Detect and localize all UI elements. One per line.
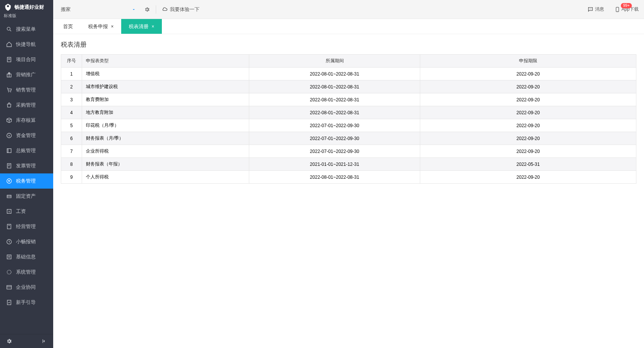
cell-period: 2022-08-01~2022-08-31 xyxy=(249,68,420,80)
cell-type: 城市维护建设税 xyxy=(82,80,249,93)
coin-icon: ¥ xyxy=(6,132,12,139)
cell-due: 2022-09-20 xyxy=(420,68,636,80)
sidebar-item-box[interactable]: 库存核算 xyxy=(0,113,53,128)
sidebar-item-bag[interactable]: 采购管理 xyxy=(0,98,53,113)
cell-period: 2022-08-01~2022-08-31 xyxy=(249,93,420,106)
cell-type: 财务报表（年报） xyxy=(82,158,249,171)
brand-subtitle: 标准版 xyxy=(0,13,53,22)
sidebar-item-label: 经营管理 xyxy=(16,223,36,230)
table-row[interactable]: 7企业所得税2022-07-01~2022-09-302022-09-20 xyxy=(61,145,636,158)
page-title: 税表清册 xyxy=(61,40,636,49)
sidebar-item-coin[interactable]: ¥资金管理 xyxy=(0,128,53,143)
collab-icon xyxy=(6,284,12,290)
content-area: 税表清册 序号 申报表类型 所属期间 申报期限 1增值税2022-08-01~2… xyxy=(53,34,644,348)
sidebar-item-label: 小畅报销 xyxy=(16,238,36,245)
tab-2[interactable]: 税表清册× xyxy=(121,19,162,34)
sidebar-item-tax[interactable]: 税务管理 xyxy=(0,173,53,189)
main-area: 搬家 我要体验一下 消息 99+ App下载 xyxy=(53,0,644,348)
sidebar-item-label: 发票管理 xyxy=(16,162,36,169)
tab-label: 税表清册 xyxy=(129,23,149,30)
sidebar-item-system[interactable]: 系统管理 xyxy=(0,265,53,280)
sidebar-item-invoice[interactable]: 发票管理 xyxy=(0,158,53,173)
guide-icon xyxy=(6,299,12,305)
sidebar-item-info[interactable]: 基础信息 xyxy=(0,249,53,265)
messages-button[interactable]: 消息 xyxy=(587,6,604,13)
cell-due: 2022-09-20 xyxy=(420,171,636,184)
sidebar-footer xyxy=(0,334,53,348)
sidebar-item-doc[interactable]: 项目合同 xyxy=(0,52,53,67)
tab-label: 首页 xyxy=(63,23,73,30)
cloud-icon xyxy=(161,6,168,13)
sidebar-item-salary[interactable]: ¥工资 xyxy=(0,204,53,219)
chat-icon xyxy=(587,6,593,13)
cell-seq: 9 xyxy=(61,171,82,184)
tab-1[interactable]: 税务申报× xyxy=(81,19,121,34)
table-row[interactable]: 9个人所得税2022-08-01~2022-08-312022-09-20 xyxy=(61,171,636,184)
app-download-button[interactable]: 99+ App下载 xyxy=(615,6,639,13)
cell-type: 地方教育附加 xyxy=(82,106,249,119)
sidebar-item-collab[interactable]: 企业协同 xyxy=(0,280,53,295)
biz-icon xyxy=(6,224,12,230)
cell-type: 教育费附加 xyxy=(82,93,249,106)
svg-rect-28 xyxy=(7,285,11,289)
org-selector-label: 搬家 xyxy=(61,6,71,13)
cell-seq: 3 xyxy=(61,93,82,106)
tab-0[interactable]: 首页 xyxy=(55,19,81,34)
sidebar-item-label: 新手引导 xyxy=(16,299,36,306)
svg-point-27 xyxy=(7,270,11,274)
sidebar-item-label: 销售管理 xyxy=(16,87,36,93)
ledger-icon xyxy=(6,148,12,154)
cell-due: 2022-09-20 xyxy=(420,106,636,119)
table-row[interactable]: 1增值税2022-08-01~2022-08-312022-09-20 xyxy=(61,68,636,80)
sidebar-item-label: 项目合同 xyxy=(16,56,36,63)
close-icon[interactable]: × xyxy=(152,24,154,29)
close-icon[interactable]: × xyxy=(111,24,114,29)
table-header-row: 序号 申报表类型 所属期间 申报期限 xyxy=(61,55,636,68)
table-row[interactable]: 5印花税（月/季）2022-07-01~2022-09-302022-09-20 xyxy=(61,119,636,132)
tax-icon xyxy=(6,178,12,184)
try-experience-button[interactable]: 我要体验一下 xyxy=(161,6,199,13)
divider xyxy=(156,5,156,14)
asset-icon xyxy=(6,193,12,199)
sidebar: 畅捷通好业财 标准版 搜索菜单快捷导航项目合同营销推广销售管理采购管理库存核算¥… xyxy=(0,0,53,348)
sidebar-item-label: 固定资产 xyxy=(16,193,36,200)
sidebar-item-cart[interactable]: 销售管理 xyxy=(0,82,53,98)
table-row[interactable]: 6财务报表（月/季）2022-07-01~2022-09-302022-09-2… xyxy=(61,132,636,145)
svg-point-31 xyxy=(589,9,590,9)
cell-seq: 4 xyxy=(61,106,82,119)
sidebar-item-home[interactable]: 快捷导航 xyxy=(0,37,53,52)
sidebar-item-label: 搜索菜单 xyxy=(16,26,36,33)
table-row[interactable]: 4地方教育附加2022-08-01~2022-08-312022-09-20 xyxy=(61,106,636,119)
sidebar-menu: 搜索菜单快捷导航项目合同营销推广销售管理采购管理库存核算¥资金管理总账管理发票管… xyxy=(0,22,53,334)
sidebar-item-search[interactable]: 搜索菜单 xyxy=(0,22,53,37)
sidebar-item-reimburse[interactable]: 小畅报销 xyxy=(0,234,53,249)
sidebar-item-label: 采购管理 xyxy=(16,102,36,109)
sidebar-item-gift[interactable]: 营销推广 xyxy=(0,67,53,82)
topbar: 搬家 我要体验一下 消息 99+ App下载 xyxy=(53,0,644,19)
table-row[interactable]: 2城市维护建设税2022-08-01~2022-08-312022-09-20 xyxy=(61,80,636,93)
search-icon xyxy=(6,26,12,32)
cell-period: 2022-07-01~2022-09-30 xyxy=(249,132,420,145)
gear-icon[interactable] xyxy=(144,6,150,13)
col-header-type: 申报表类型 xyxy=(82,55,249,68)
system-icon xyxy=(6,269,12,275)
sidebar-item-ledger[interactable]: 总账管理 xyxy=(0,143,53,158)
cell-type: 财务报表（月/季） xyxy=(82,132,249,145)
svg-point-0 xyxy=(7,27,10,30)
tabs-bar: 首页税务申报×税表清册× xyxy=(53,19,644,34)
table-row[interactable]: 3教育费附加2022-08-01~2022-08-312022-09-20 xyxy=(61,93,636,106)
collapse-icon[interactable] xyxy=(41,338,47,344)
sidebar-item-guide[interactable]: 新手引导 xyxy=(0,295,53,310)
cell-type: 个人所得税 xyxy=(82,171,249,184)
table-row[interactable]: 8财务报表（年报）2021-01-01~2021-12-312022-05-31 xyxy=(61,158,636,171)
cell-due: 2022-09-20 xyxy=(420,93,636,106)
settings-icon[interactable] xyxy=(6,338,12,344)
doc-icon xyxy=(6,57,12,63)
cell-seq: 1 xyxy=(61,68,82,80)
sidebar-item-label: 税务管理 xyxy=(16,178,36,184)
cell-due: 2022-09-20 xyxy=(420,80,636,93)
sidebar-item-asset[interactable]: 固定资产 xyxy=(0,189,53,204)
cell-period: 2022-08-01~2022-08-31 xyxy=(249,171,420,184)
org-selector[interactable]: 搬家 xyxy=(59,5,138,14)
sidebar-item-biz[interactable]: 经营管理 xyxy=(0,219,53,234)
